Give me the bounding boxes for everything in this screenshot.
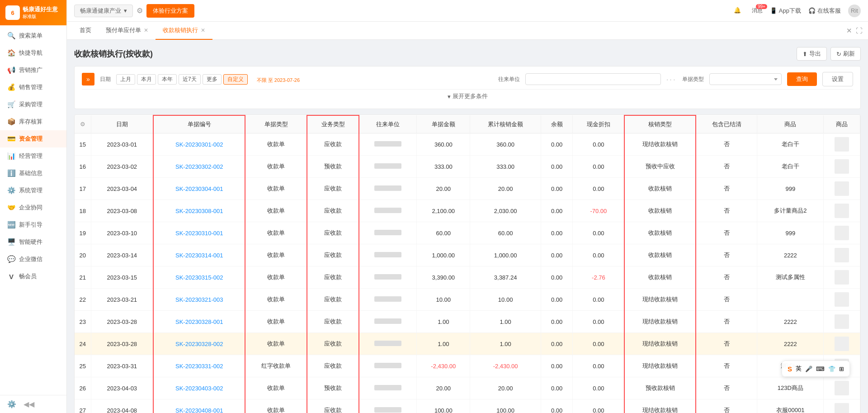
refresh-button[interactable]: ↻ 刷新 <box>830 47 861 61</box>
sidebar-item-label: 库存核算 <box>19 118 42 126</box>
cell-bill-no: SK-20230328-002 <box>153 333 245 355</box>
th-settings[interactable]: ⚙ <box>75 115 91 133</box>
sidebar-item-purchase[interactable]: 🛒 采购管理 <box>0 96 66 113</box>
sidebar-item-label: 销售管理 <box>19 83 42 91</box>
sidebar-item-sales[interactable]: 💰 销售管理 <box>0 79 66 96</box>
tab-collection-close[interactable]: ✕ <box>201 27 205 33</box>
cell-balance: 0.00 <box>541 289 573 311</box>
float-toolbar: S 英 🎤 ⌨ 👕 ⊞ <box>782 361 850 377</box>
cell-biz-type: 应收款 <box>307 244 359 266</box>
bill-type-select[interactable] <box>709 73 782 85</box>
inventory-icon: 📦 <box>7 118 15 126</box>
cell-bill-no: SK-20230301-002 <box>153 133 245 156</box>
last-7-days-btn[interactable]: 近7天 <box>179 74 201 85</box>
cell-cash-discount: 0.00 <box>573 355 624 377</box>
filter-row: » 日期 上月 本月 本年 近7天 更多 自定义 不限 至 2023-07-26… <box>82 72 853 86</box>
float-grid-icon[interactable]: ⊞ <box>839 366 844 372</box>
cell-partner <box>359 200 417 222</box>
cell-amount: 1.00 <box>417 333 470 355</box>
cell-balance: 0.00 <box>541 377 573 399</box>
refresh-icon: ↻ <box>836 51 841 57</box>
sidebar-item-member[interactable]: V 畅会员 <box>0 268 66 285</box>
sidebar-item-guide[interactable]: 🆕 新手引导 <box>0 216 66 233</box>
hardware-icon: 🖥️ <box>7 238 15 246</box>
tab-prepay[interactable]: 预付单应付单 ✕ <box>99 22 156 40</box>
table-settings-icon[interactable]: ⚙ <box>80 121 85 128</box>
this-month-btn[interactable]: 本月 <box>137 74 156 85</box>
sidebar-logo-line1: 畅康通好生意 <box>23 5 58 14</box>
cell-product1: 2222 <box>757 333 824 355</box>
sidebar-item-system[interactable]: ⚙️ 系统管理 <box>0 182 66 199</box>
sidebar-item-enterprise[interactable]: 🤝 企业协同 <box>0 199 66 216</box>
cell-biz-type: 应收款 <box>307 311 359 333</box>
expand-icon[interactable]: ⛶ <box>856 27 863 34</box>
float-keyboard-icon[interactable]: ⌨ <box>816 366 825 372</box>
float-label[interactable]: 英 <box>796 365 802 373</box>
tab-prepay-label: 预付单应付单 <box>106 26 141 34</box>
sidebar-item-basic[interactable]: ℹ️ 基础信息 <box>0 165 66 182</box>
cell-include-settled: 否 <box>696 156 757 178</box>
partner-input[interactable] <box>525 73 661 85</box>
float-brand: S <box>788 365 792 373</box>
cell-partner <box>359 222 417 244</box>
sidebar-item-marketing[interactable]: 📢 营销推广 <box>0 62 66 79</box>
solution-button[interactable]: 体验行业方案 <box>146 4 194 18</box>
app-download-btn[interactable]: 📱 App下载 <box>770 7 801 15</box>
sidebar-item-inventory[interactable]: 📦 库存核算 <box>0 113 66 130</box>
sidebar-item-hardware[interactable]: 🖥️ 智能硬件 <box>0 233 66 251</box>
filter-expand-btn[interactable]: » <box>82 73 94 85</box>
notification-badge: 99+ <box>756 4 767 9</box>
cell-date: 2023-03-28 <box>91 333 153 355</box>
notification-bell[interactable]: 🔔 99+ 消息 <box>734 7 763 14</box>
tab-prepay-close[interactable]: ✕ <box>144 27 148 33</box>
collapse-icon[interactable]: ◀◀ <box>24 400 34 408</box>
tab-collection[interactable]: 收款核销执行 ✕ <box>156 22 212 40</box>
cell-biz-type: 应收款 <box>307 289 359 311</box>
online-service-btn[interactable]: 🎧 在线客服 <box>808 7 841 15</box>
last-month-btn[interactable]: 上月 <box>116 74 135 85</box>
user-avatar[interactable]: Rit <box>848 5 861 17</box>
search-icon: 🔍 <box>7 32 15 40</box>
export-button[interactable]: ⬆ 导出 <box>797 47 827 61</box>
sidebar-item-quick-nav[interactable]: 🏠 快捷导航 <box>0 44 66 62</box>
this-year-btn[interactable]: 本年 <box>158 74 177 85</box>
sidebar-item-search[interactable]: 🔍 搜索菜单 <box>0 27 66 44</box>
custom-date-btn[interactable]: 自定义 <box>223 74 248 85</box>
cell-cash-discount: 0.00 <box>573 244 624 266</box>
cell-accum-amount: 20.00 <box>470 377 541 399</box>
sidebar-item-operations[interactable]: 📊 经营管理 <box>0 147 66 165</box>
query-button[interactable]: 查询 <box>787 72 817 86</box>
settings-gear-icon[interactable]: ⚙ <box>137 6 143 15</box>
float-mic-icon[interactable]: 🎤 <box>805 366 812 372</box>
settings-icon[interactable]: ⚙️ <box>7 400 16 408</box>
sidebar-item-finance[interactable]: 💳 资金管理 <box>0 130 66 147</box>
tab-collection-label: 收款核销执行 <box>163 26 198 34</box>
close-all-icon[interactable]: ✕ <box>846 27 852 35</box>
cell-no: 19 <box>75 222 91 244</box>
cell-balance: 0.00 <box>541 399 573 413</box>
cell-product2 <box>824 156 860 178</box>
cell-date: 2023-03-02 <box>91 156 153 178</box>
sidebar-item-wechat[interactable]: 💬 企业微信 <box>0 251 66 268</box>
cell-bill-no: SK-20230302-002 <box>153 156 245 178</box>
cell-biz-type: 应收款 <box>307 200 359 222</box>
sidebar-item-label: 企业协同 <box>19 204 42 212</box>
cell-accum-amount: 1.00 <box>470 311 541 333</box>
member-icon: V <box>7 273 15 280</box>
cell-verify-type: 现结收款核销 <box>624 289 696 311</box>
cell-bill-no: SK-20230314-001 <box>153 244 245 266</box>
filter-setting-button[interactable]: 设置 <box>822 72 853 86</box>
cell-product1: 多计量商品2 <box>757 200 824 222</box>
float-shirt-icon[interactable]: 👕 <box>828 366 835 372</box>
expand-more-conditions[interactable]: ▾ 展开更多条件 <box>82 89 853 103</box>
cell-accum-amount: 360.00 <box>470 133 541 156</box>
cell-product2 <box>824 266 860 289</box>
cell-balance: 0.00 <box>541 178 573 200</box>
cell-include-settled: 否 <box>696 355 757 377</box>
cell-verify-type: 预收款核销 <box>624 377 696 399</box>
cell-partner <box>359 333 417 355</box>
more-filters-dots[interactable]: ··· <box>666 76 677 83</box>
tab-home[interactable]: 首页 <box>72 22 99 40</box>
more-date-btn[interactable]: 更多 <box>203 74 222 85</box>
company-selector[interactable]: 畅康通健康产业 ▾ <box>74 5 133 17</box>
